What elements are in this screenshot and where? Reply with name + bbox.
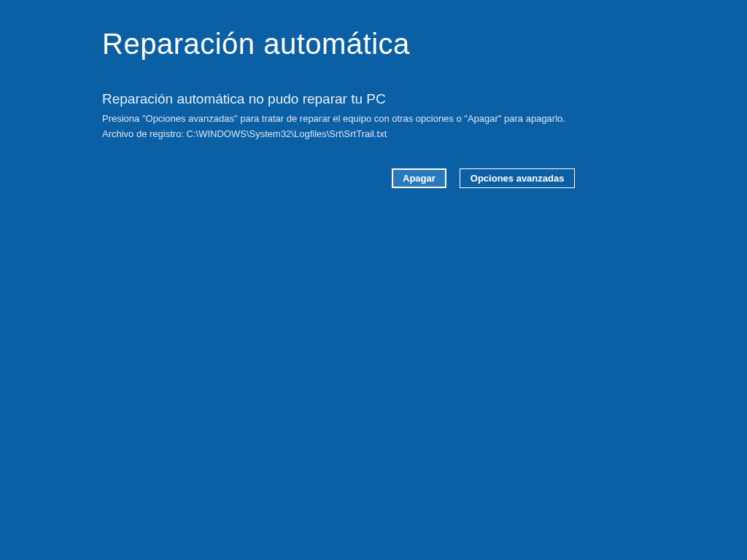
recovery-screen: Reparación automática Reparación automát…	[0, 0, 747, 188]
page-title: Reparación automática	[102, 28, 689, 61]
button-row: Apagar Opciones avanzadas	[392, 168, 689, 188]
error-subtitle: Reparación automática no pudo reparar tu…	[102, 91, 689, 107]
advanced-options-button[interactable]: Opciones avanzadas	[460, 168, 576, 188]
shutdown-button[interactable]: Apagar	[392, 168, 446, 188]
logfile-path: Archivo de registro: C:\WINDOWS\System32…	[102, 128, 689, 139]
instruction-text: Presiona "Opciones avanzadas" para trata…	[102, 113, 689, 124]
